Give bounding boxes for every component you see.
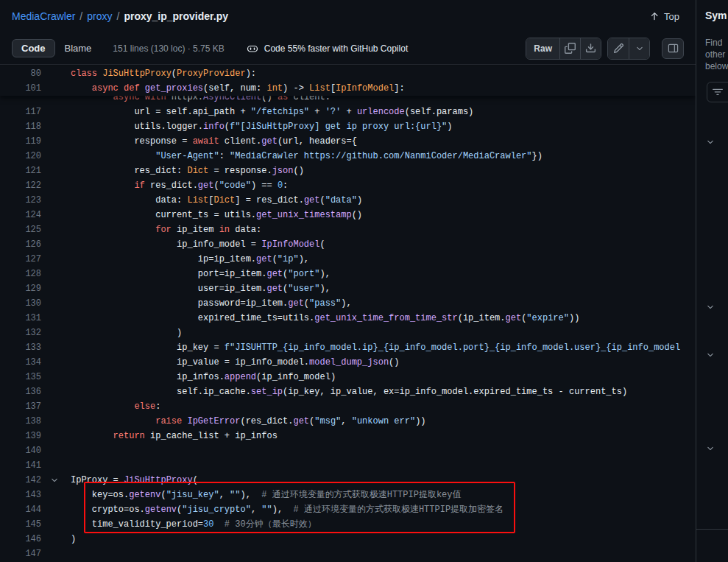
- code-line: 119 response = await client.get(url, hea…: [0, 134, 696, 149]
- line-number[interactable]: 140: [0, 443, 41, 458]
- line-number[interactable]: 136: [0, 384, 41, 399]
- code-line: 135 ip_infos.append(ip_info_model): [0, 370, 696, 384]
- code-line: 138 raise IpGetError(res_dict.get("msg",…: [0, 414, 696, 429]
- code-line: 142IpProxy = JiSuHttpProxy(: [0, 473, 696, 488]
- code-line-text: current_ts = utils.get_unix_timestamp(): [71, 208, 362, 222]
- line-number[interactable]: 118: [0, 119, 41, 134]
- breadcrumb: MediaCrawler / proxy / proxy_ip_provider…: [0, 0, 696, 32]
- breadcrumb-separator: /: [116, 10, 119, 22]
- code-line: 117 url = self.api_path + "/fetchips" + …: [0, 105, 696, 119]
- line-number[interactable]: 142: [0, 473, 41, 488]
- file-toolbar: Code Blame 151 lines (130 loc) · 5.75 KB…: [0, 32, 696, 65]
- code-line: 139 return ip_cache_list + ip_infos: [0, 429, 696, 443]
- copilot-banner[interactable]: Code 55% faster with GitHub Copilot: [247, 43, 408, 55]
- code-blame-switch: Code Blame: [12, 39, 101, 57]
- chevron-down-icon[interactable]: [706, 351, 715, 359]
- code-line: 144 crypto=os.getenv("jisu_crypto", ""),…: [0, 502, 696, 517]
- chevron-down-icon[interactable]: [706, 138, 715, 147]
- line-number[interactable]: 101: [0, 81, 41, 96]
- arrow-up-icon: [649, 11, 660, 21]
- line-number[interactable]: 133: [0, 340, 41, 355]
- download-button[interactable]: [580, 38, 601, 59]
- code-line-text: IpProxy = JiSuHttpProxy(: [71, 473, 198, 488]
- line-number[interactable]: 137: [0, 399, 41, 414]
- code-line-text: return ip_cache_list + ip_infos: [71, 429, 278, 443]
- chevron-down-icon[interactable]: [706, 444, 715, 453]
- breadcrumb-folder-link[interactable]: proxy: [87, 10, 112, 22]
- sticky-lines: 80class JiSuHttpProxy(ProxyProvider):101…: [0, 66, 696, 96]
- line-number[interactable]: 119: [0, 134, 41, 149]
- code-line-text: ): [71, 326, 182, 340]
- line-number[interactable]: 128: [0, 267, 41, 281]
- line-number[interactable]: 129: [0, 281, 41, 296]
- code-line: 134 ip_value = ip_info_model.model_dump_…: [0, 355, 696, 370]
- code-line-text: time_validity_period=30 # 30分钟（最长时效）: [71, 517, 317, 532]
- code-line: 129 user=ip_item.get("user"),: [0, 281, 696, 296]
- line-number[interactable]: 144: [0, 502, 41, 517]
- filter-icon: [713, 87, 723, 97]
- symbols-panel-toggle[interactable]: [662, 38, 684, 59]
- copilot-banner-text: Code 55% faster with GitHub Copilot: [264, 43, 408, 54]
- code-line: 80class JiSuHttpProxy(ProxyProvider):: [0, 66, 696, 81]
- code-line-text: async def get_proxies(self, num: int) ->…: [71, 81, 405, 96]
- code-line: 128 port=ip_item.get("port"),: [0, 267, 696, 281]
- line-number[interactable]: 138: [0, 414, 41, 429]
- line-number[interactable]: 117: [0, 105, 41, 119]
- line-number[interactable]: 147: [0, 547, 41, 561]
- line-number[interactable]: 126: [0, 237, 41, 252]
- code-line: 147: [0, 547, 696, 561]
- code-line: 118 utils.logger.info(f"[JiSuHttpProxy] …: [0, 119, 696, 134]
- code-line-text: ip_value = ip_info_model.model_dump_json…: [71, 355, 400, 370]
- fold-chevron-icon[interactable]: [50, 476, 59, 485]
- line-number[interactable]: 121: [0, 164, 41, 178]
- code-line-text: url = self.api_path + "/fetchips" + '?' …: [71, 105, 473, 119]
- line-number[interactable]: 125: [0, 222, 41, 237]
- code-line-text: self.ip_cache.set_ip(ip_key, ip_value, e…: [71, 384, 627, 399]
- code-line: 133 ip_key = f"JISUHTTP_{ip_info_model.i…: [0, 340, 696, 355]
- code-line: 120 "User-Agent": "MediaCrawler https://…: [0, 149, 696, 164]
- line-number[interactable]: 120: [0, 149, 41, 164]
- line-number[interactable]: 80: [0, 66, 41, 81]
- line-number[interactable]: 135: [0, 370, 41, 384]
- pencil-icon: [613, 43, 624, 54]
- line-number[interactable]: 139: [0, 429, 41, 443]
- back-to-top-label: Top: [664, 11, 679, 22]
- code-line-text: async with httpx.AsyncClient() as client…: [71, 96, 331, 105]
- breadcrumb-repo-link[interactable]: MediaCrawler: [12, 10, 75, 22]
- line-number[interactable]: 124: [0, 208, 41, 222]
- edit-button[interactable]: [608, 38, 629, 59]
- raw-button[interactable]: Raw: [526, 38, 559, 59]
- tab-blame[interactable]: Blame: [55, 39, 102, 57]
- symbols-filter-button[interactable]: [707, 82, 728, 102]
- code-line-text: response = await client.get(url, headers…: [71, 134, 357, 149]
- code-lines: 116 async with httpx.AsyncClient() as cl…: [0, 96, 696, 561]
- line-number[interactable]: 122: [0, 178, 41, 193]
- line-number[interactable]: 127: [0, 252, 41, 267]
- line-number[interactable]: 134: [0, 355, 41, 370]
- copy-icon: [565, 43, 576, 54]
- code-line: 122 if res_dict.get("code") == 0:: [0, 178, 696, 193]
- code-line: 101 async def get_proxies(self, num: int…: [0, 81, 696, 96]
- code-line-text: port=ip_item.get("port"),: [71, 267, 331, 281]
- tab-code[interactable]: Code: [12, 39, 55, 57]
- line-number[interactable]: 132: [0, 326, 41, 340]
- line-number[interactable]: 131: [0, 311, 41, 326]
- line-number[interactable]: 145: [0, 517, 41, 532]
- chevron-down-icon[interactable]: [706, 303, 715, 312]
- edit-dropdown-button[interactable]: [629, 38, 649, 59]
- back-to-top-button[interactable]: Top: [645, 10, 684, 23]
- line-number[interactable]: 141: [0, 458, 41, 473]
- code-line: 136 self.ip_cache.set_ip(ip_key, ip_valu…: [0, 384, 696, 399]
- line-number[interactable]: 143: [0, 488, 41, 502]
- code-line-text: ip_key = f"JISUHTTP_{ip_info_model.ip}_{…: [71, 340, 680, 355]
- copy-button[interactable]: [559, 38, 580, 59]
- copilot-icon: [247, 43, 258, 55]
- line-number[interactable]: 146: [0, 532, 41, 547]
- code-editor: 80class JiSuHttpProxy(ProxyProvider):101…: [0, 65, 696, 562]
- code-line-text: user=ip_item.get("user"),: [71, 281, 331, 296]
- code-line-text: ip_infos.append(ip_info_model): [71, 370, 336, 384]
- line-number[interactable]: 123: [0, 193, 41, 208]
- line-number[interactable]: 130: [0, 296, 41, 311]
- symbols-panel-icon: [668, 43, 679, 54]
- code-line: 141: [0, 458, 696, 473]
